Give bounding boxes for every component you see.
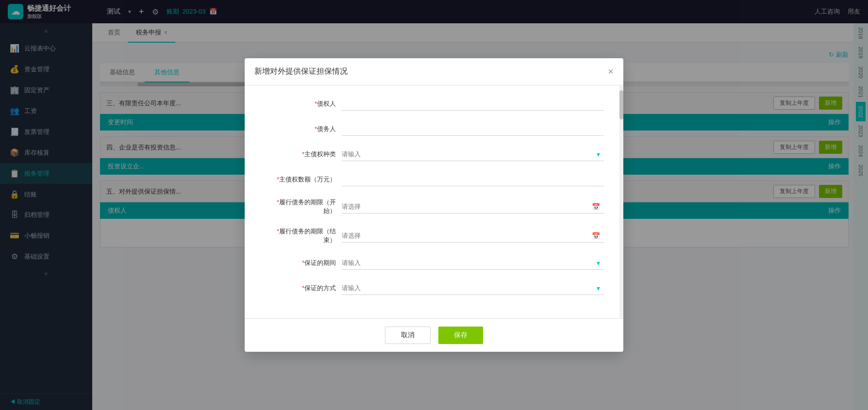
label-period-end: *履行债务的期限（结束）	[264, 227, 342, 245]
input-guarantee-method[interactable]	[342, 281, 604, 295]
label-guarantee-period: *保证的期间	[264, 259, 342, 267]
modal-close-btn[interactable]: ×	[608, 66, 614, 77]
label-creditor: *债权人	[264, 99, 342, 108]
select-guarantee-period[interactable]: ▾	[342, 256, 604, 270]
input-claim-type[interactable]	[342, 148, 604, 161]
form-row-guarantee-period: *保证的期间 ▾	[264, 256, 604, 270]
modal-dialog: 新增对外提供保证担保情况 × *债权人 *债务人	[245, 58, 623, 352]
input-guarantee-period[interactable]	[342, 256, 604, 269]
calendar-period-end-icon[interactable]: 📅	[592, 232, 600, 240]
form-row-creditor: *债权人	[264, 97, 604, 111]
modal-title: 新增对外提供保证担保情况	[254, 66, 348, 77]
input-period-end[interactable]	[342, 229, 604, 242]
form-row-claim-type: *主债权种类 ▾	[264, 148, 604, 161]
date-period-end[interactable]: 📅	[342, 229, 604, 243]
cancel-btn[interactable]: 取消	[385, 327, 431, 344]
form-row-claim-amount: *主债权数额（万元）	[264, 173, 604, 186]
label-guarantee-method: *保证的方式	[264, 284, 342, 293]
modal-overlay: 新增对外提供保证担保情况 × *债权人 *债务人	[0, 0, 868, 410]
modal-body: *债权人 *债务人 *主债权种类 ▾	[245, 85, 623, 318]
form-row-guarantee-method: *保证的方式 ▾	[264, 281, 604, 295]
label-period-start: *履行债务的期限（开始）	[264, 198, 342, 215]
modal-header: 新增对外提供保证担保情况 ×	[245, 58, 623, 85]
modal-footer: 取消 保存	[245, 318, 623, 352]
form-row-debtor: *债务人	[264, 122, 604, 136]
chevron-claim-type-icon: ▾	[597, 150, 600, 158]
input-period-start[interactable]	[342, 200, 604, 213]
select-claim-type[interactable]: ▾	[342, 148, 604, 161]
chevron-guarantee-period-icon: ▾	[597, 259, 600, 267]
form-row-period-end: *履行债务的期限（结束） 📅	[264, 227, 604, 245]
label-claim-type: *主债权种类	[264, 150, 342, 159]
form-row-period-start: *履行债务的期限（开始） 📅	[264, 198, 604, 215]
select-guarantee-method[interactable]: ▾	[342, 281, 604, 295]
date-period-start[interactable]: 📅	[342, 200, 604, 213]
label-debtor: *债务人	[264, 125, 342, 133]
input-debtor[interactable]	[342, 122, 604, 136]
input-creditor[interactable]	[342, 97, 604, 111]
chevron-guarantee-method-icon: ▾	[597, 284, 600, 292]
label-claim-amount: *主债权数额（万元）	[264, 175, 342, 184]
calendar-period-start-icon[interactable]: 📅	[592, 203, 600, 211]
input-claim-amount[interactable]	[342, 173, 604, 186]
save-btn[interactable]: 保存	[438, 327, 483, 344]
